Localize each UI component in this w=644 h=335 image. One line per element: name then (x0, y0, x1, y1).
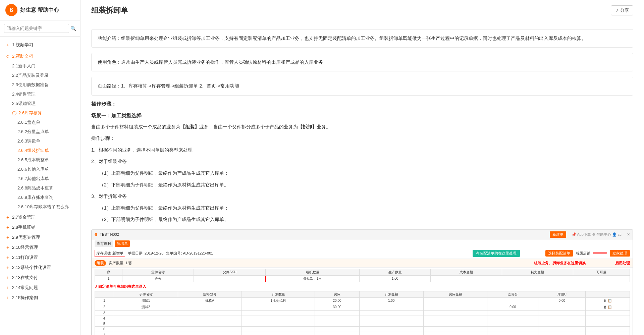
plus-icon-10: + (5, 295, 10, 300)
step3a: （1）上部明细为父件明细，最终作为原材料生成其它出库单； (91, 204, 633, 213)
nav-section-docs: ○ 2.帮助文档 2.1新手入门 2.2产品安装及登录 2.3使用前数据准备 2… (0, 51, 80, 212)
role-text: 使用角色：通常由生产人员或库管人员完成拆装业务的操作，库管人员确认原材料的出库和… (98, 59, 323, 65)
sidebar-item-mobile-label: 2.8手机旺铺 (12, 224, 36, 230)
sidebar-item-finance-label: 2.7资金管理 (12, 214, 36, 220)
nav-section-videos: + 1.视频学习 (0, 39, 80, 51)
sidebar-item-print[interactable]: + 2.11打印设置 (0, 253, 80, 263)
scene1-heading-text: 场景一：加工类型选择 (91, 113, 142, 118)
mock-top-icons: 📌 App下载 ⚙ 帮助中心 👤 cc (572, 232, 622, 237)
sidebar-item-cases[interactable]: + 2.15操作案例 (0, 293, 80, 303)
main-content: 组装拆卸单 ↗ 分享 功能介绍：组装拆卸单用来处理企业组装或拆卸等加工业务，支持… (80, 0, 644, 335)
mock-select-bom-btn[interactable]: 选择装配清单 (545, 250, 573, 257)
sidebar-item-count[interactable]: 2.6.1盘点单 (0, 118, 80, 127)
sidebar-item-payment-label: 2.13在线支付 (12, 275, 38, 281)
sidebar-item-purchase[interactable]: 2.5采购管理 (0, 99, 80, 108)
intro-text: 功能介绍：组装拆卸单用来处理企业组装或拆卸等加工业务，支持有固定装配清单的产品加… (98, 36, 586, 41)
step3: 3、对于拆卸业务 (91, 192, 633, 201)
sidebar-item-faq[interactable]: + 2.14常见问题 (0, 283, 80, 293)
share-label: 分享 (620, 7, 629, 13)
mock-type-new: 新增单 (112, 251, 123, 256)
sidebar-nav: + 1.视频学习 ○ 2.帮助文档 2.1新手入门 2.2产品安装及登录 2.3… (0, 37, 80, 335)
sidebar-item-sales[interactable]: 2.4销售管理 (0, 90, 80, 99)
sidebar-item-adjust-label: 2.6.3调拨单 (17, 138, 40, 144)
step2b: （2）下部明细为子件明细，最终作为原材料生成其它出库单。 (91, 180, 633, 189)
sub-cell-action: 🗑 📋 (586, 304, 630, 310)
sidebar-item-split-count-label: 2.6.2分量盘点单 (17, 129, 49, 135)
search-input[interactable] (4, 24, 69, 33)
sub-cell-diff: 0.00 (487, 304, 538, 310)
mock-close[interactable]: ✕ (627, 232, 630, 237)
mock-type-label: 库存调拨 (96, 251, 111, 256)
sidebar-item-customize[interactable]: + 2.12系统个性化设置 (0, 263, 80, 273)
sidebar-item-ledger-err-label: 2.6.10库存账本错了怎么办 (17, 204, 69, 210)
sidebar-item-payment[interactable]: + 2.13在线支付 (0, 273, 80, 283)
sidebar-item-cases-label: 2.15操作案例 (12, 295, 38, 301)
sidebar-item-count-label: 2.6.1盘点单 (17, 119, 40, 125)
col-cost: 成本金额 (431, 269, 502, 275)
table-row: 7 (95, 332, 630, 335)
plus-icon-6: + (5, 255, 10, 260)
sidebar-item-other-out[interactable]: 2.6.7其他出库单 (0, 174, 80, 183)
sidebar-item-operation[interactable]: + 2.10经营管理 (0, 242, 80, 253)
sub-col-seq (95, 291, 114, 297)
mock-tab-inventory[interactable]: 库存调拨 (95, 240, 113, 247)
sidebar-item-docs-label: 2.帮助文档 (12, 53, 33, 59)
col-loss: 耗失金额 (502, 269, 573, 275)
sub-col-location: 库位U (538, 291, 586, 297)
step2: 2、对于组装业务 (91, 157, 633, 166)
sidebar-item-other-in[interactable]: 2.6.6其他入库单 (0, 165, 80, 174)
cell-avail (573, 275, 630, 282)
cell-cost (431, 275, 502, 282)
mock-input-note: 无固定清单可在组织在这里录入 (92, 283, 633, 290)
sidebar-item-coupon-label: 2.9优惠券管理 (12, 234, 40, 240)
plus-icon-8: + (5, 275, 10, 280)
mock-green-banner: 有装配清单的在这里处理 (473, 250, 520, 257)
cell-loss (502, 275, 573, 282)
sidebar-item-adjust[interactable]: 2.6.3调拨单 (0, 136, 80, 146)
mock-date-label: 单据日期: 2019-12-26 (128, 251, 163, 256)
sidebar-item-videos[interactable]: + 1.视频学习 (0, 40, 80, 50)
sidebar-item-finance[interactable]: + 2.7资金管理 (0, 212, 80, 222)
plus-icon-4: + (5, 235, 10, 240)
sidebar-item-sales-label: 2.4销售管理 (12, 91, 36, 97)
sub-cell-name: 测试1 (114, 297, 178, 304)
ops-heading: 操作步骤： (91, 101, 633, 107)
mock-tab-new[interactable]: 新增单 (115, 240, 130, 247)
sub-cell-seq: 1 (95, 297, 114, 304)
mock-top-bar: 6 TEST-H002 新建单 📌 App下载 ⚙ 帮助中心 👤 cc ✕ (92, 230, 633, 239)
plus-icon-3: + (5, 225, 10, 230)
sidebar-item-split-count[interactable]: 2.6.2分量盘点单 (0, 127, 80, 136)
sidebar-item-coupon[interactable]: + 2.9优惠券管理 (0, 232, 80, 242)
sidebar-item-cost-adjust[interactable]: 2.6.5成本调整单 (0, 155, 80, 165)
sidebar-item-cost-calc[interactable]: 2.6.8商品成本重算 (0, 183, 80, 193)
mock-process-btn[interactable]: 立家处理 (610, 250, 630, 257)
mock-upper-table: 序 父件名称 父件SKU 组织数量 生产数量 成本金额 耗失金额 可可量 (95, 269, 630, 282)
mock-shop-input[interactable] (593, 253, 607, 254)
sidebar-item-faq-label: 2.14常见问题 (12, 285, 38, 291)
sidebar-item-assembly[interactable]: 2.6.4组装拆卸单 (0, 146, 80, 155)
sidebar: 6 好生意 帮助中心 🔍 + 1.视频学习 ○ 2.帮助文档 2.1新手入门 2… (0, 0, 80, 335)
minus-icon: ○ (5, 54, 10, 59)
col-seq: 序 (95, 269, 122, 275)
sidebar-item-ledger-err[interactable]: 2.6.10库存账本错了怎么办 (0, 202, 80, 212)
sidebar-item-mobile[interactable]: + 2.8手机旺铺 (0, 222, 80, 232)
mock-new-btn[interactable]: 新建单 (550, 231, 566, 238)
step1: 1、根据不同的业务，选择不同单据的类型来处理 (91, 146, 633, 155)
share-button[interactable]: ↗ 分享 (611, 5, 633, 15)
sub-cell-spec (178, 304, 242, 310)
sidebar-item-ledger[interactable]: 2.6.9库存账本查询 (0, 193, 80, 202)
scene1-heading: 场景一：加工类型选择 (91, 113, 633, 119)
sidebar-item-print-label: 2.11打印设置 (12, 255, 38, 261)
sidebar-item-videos-label: 1.视频学习 (12, 42, 33, 48)
sidebar-item-install[interactable]: 2.2产品安装及登录 (0, 71, 80, 80)
sub-cell-seq: 2 (95, 304, 114, 310)
sidebar-item-newbie[interactable]: 2.1新手入门 (0, 61, 80, 71)
cell-actual-qty: 1.00 (360, 275, 431, 282)
sidebar-item-data[interactable]: 2.3使用前数据准备 (0, 80, 80, 90)
search-button[interactable]: 🔍 (70, 26, 76, 31)
share-icon: ↗ (615, 8, 619, 13)
sidebar-item-customize-label: 2.12系统个性化设置 (12, 265, 51, 271)
sidebar-item-inventory[interactable]: ◯ 2.6库存核算 (0, 108, 80, 118)
page-header: 组装拆卸单 ↗ 分享 (80, 0, 644, 21)
sidebar-item-docs[interactable]: ○ 2.帮助文档 (0, 51, 80, 61)
